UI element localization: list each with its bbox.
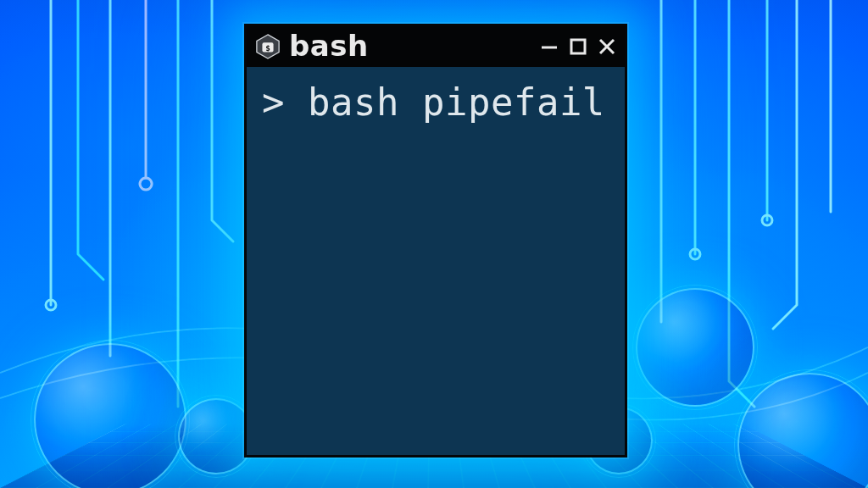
sphere-decoration bbox=[34, 343, 186, 488]
terminal-window: $ bash > bash pipefail bbox=[244, 24, 627, 458]
prompt: > bbox=[262, 80, 308, 124]
minimize-button[interactable] bbox=[540, 37, 559, 56]
titlebar[interactable]: $ bash bbox=[247, 26, 625, 67]
command-text: bash pipefail bbox=[308, 80, 605, 124]
sphere-decoration bbox=[636, 288, 754, 407]
bash-hex-icon: $ bbox=[255, 34, 281, 59]
window-controls bbox=[540, 37, 616, 56]
close-button[interactable] bbox=[598, 37, 616, 56]
sphere-decoration bbox=[737, 373, 868, 488]
maximize-button[interactable] bbox=[569, 37, 587, 56]
terminal-body[interactable]: > bash pipefail bbox=[247, 67, 625, 125]
svg-rect-7 bbox=[571, 40, 585, 53]
svg-text:$: $ bbox=[265, 43, 270, 53]
sphere-decoration bbox=[178, 398, 254, 474]
window-title: bash bbox=[289, 31, 369, 60]
